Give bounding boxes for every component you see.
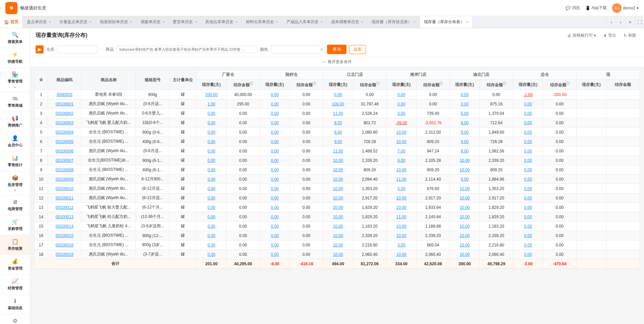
cell-current-qty bbox=[577, 156, 606, 165]
cell-name: 合生元 (BIOSTIME) ... bbox=[81, 231, 136, 240]
sidebar-item-inventory[interactable]: 📋 库存核算 bbox=[0, 235, 30, 255]
sidebar-item-retail-stats[interactable]: 📊 零售统计 bbox=[0, 151, 30, 171]
cell-jiangbei-amt: 2,528.24 bbox=[353, 109, 386, 118]
warehouse-input[interactable] bbox=[57, 45, 97, 53]
tab-stock-status[interactable]: 现存量（库存状况表） × bbox=[368, 16, 420, 28]
tab-other-outbound[interactable]: 其他出库单历史 × bbox=[201, 16, 242, 28]
color-dots-btn[interactable]: ▾ bbox=[320, 46, 323, 53]
th-luchen: 陆村仓 bbox=[260, 70, 323, 80]
sidebar-item-purchase[interactable]: 🛒 采购管理 bbox=[0, 215, 30, 235]
query-button[interactable]: 查询 bbox=[327, 45, 346, 54]
tab-stock-distribution[interactable]: 现存量（库存分布表） × bbox=[420, 16, 473, 28]
tab-material-outbound[interactable]: 材料出库单历史 × bbox=[242, 16, 282, 28]
cell-code: 00100016 bbox=[48, 240, 81, 250]
cell-luchen-qty: 0.00 bbox=[260, 99, 290, 109]
sidebar-item-retail[interactable]: 🏪 零售管理 ▲ bbox=[0, 68, 30, 92]
sidebar-item-mall[interactable]: 🛍 零售商城 bbox=[0, 92, 30, 112]
sidebar-item-wholesale[interactable]: 📦 批发管理 ▼ bbox=[0, 171, 30, 196]
goods-input[interactable] bbox=[116, 46, 257, 53]
tab-prev-btn[interactable]: ‹ bbox=[606, 16, 616, 28]
tab-next-btn[interactable]: › bbox=[616, 16, 625, 28]
cell-total-qty: -1.00 bbox=[513, 90, 543, 99]
sidebar-item-operations[interactable]: 📈 经营管理 bbox=[0, 275, 30, 294]
tab-close-icon[interactable]: × bbox=[361, 20, 363, 24]
table-area[interactable]: ⚙ 商品编码 商品名称 规格型号 主计量单位 厂家仓 陆村仓 江北门店 南岸门店… bbox=[30, 67, 644, 324]
cell-nanan-amt: 809.20 bbox=[416, 165, 450, 175]
cell-jiangbei-qty: 0.00 bbox=[323, 90, 353, 99]
warehouse-dots-btn[interactable]: ··· bbox=[99, 46, 103, 52]
main-content: 现存量查询(库存分布) 🖨 按模板打印 ▾ ⬇ 导出 ↻ 刷新 bbox=[30, 28, 644, 324]
tab-close-icon[interactable]: × bbox=[90, 20, 92, 24]
tab-close-icon[interactable]: × bbox=[414, 20, 416, 24]
expand-conditions-btn[interactable]: ⋯ 展开更多条件 bbox=[30, 57, 644, 67]
th-jiangbei: 江北门店 bbox=[323, 70, 386, 80]
message-btn[interactable]: 💬 消息 bbox=[566, 5, 580, 11]
tab-portion-check[interactable]: 分量盘点单历史 × bbox=[55, 16, 96, 28]
sidebar-item-system[interactable]: ⚙ 系统管理 bbox=[0, 314, 30, 324]
tab-inventory-check[interactable]: 盘点单历史 × bbox=[23, 16, 55, 28]
cell-total-amt: 0.00 bbox=[543, 203, 577, 212]
cell-current-qty bbox=[577, 109, 606, 118]
color-input[interactable] bbox=[271, 45, 324, 53]
table-row: 10 00100009 惠氏启赋 (Wyeth illu... 6-12月900… bbox=[35, 175, 640, 184]
cell-seq: 6 bbox=[35, 137, 48, 146]
tab-requisition[interactable]: 要货单历史 × bbox=[169, 16, 201, 28]
tab-close-icon[interactable]: × bbox=[466, 20, 468, 24]
tab-close-icon[interactable]: × bbox=[163, 20, 165, 24]
cell-code: 00100018 bbox=[48, 250, 81, 259]
tab-finished-goods[interactable]: 产成品入库单历史 × bbox=[282, 16, 327, 28]
tab-cost-adjust[interactable]: 成本调整单历史 × bbox=[327, 16, 368, 28]
cell-luchen-qty: 0.00 bbox=[260, 193, 290, 203]
tab-close-icon[interactable]: × bbox=[321, 20, 323, 24]
cell-total-qty: 0.00 bbox=[513, 146, 543, 156]
cell-total-amt: 0.00 bbox=[543, 156, 577, 165]
cell-current-amt bbox=[606, 240, 640, 250]
print-btn[interactable]: 🖨 按模板打印 ▾ bbox=[565, 32, 598, 39]
cell-yuebei-qty: 10.00 bbox=[450, 184, 480, 193]
tab-home[interactable]: 🏠 首页 bbox=[0, 16, 23, 28]
tab-close-icon[interactable]: × bbox=[49, 20, 51, 24]
cell-code: 00100008 bbox=[48, 165, 81, 175]
tab-close-icon[interactable]: × bbox=[130, 20, 132, 24]
app-download-btn[interactable]: 📱 App下载 bbox=[585, 5, 607, 11]
cell-nanan-amt: 2,105.28 bbox=[416, 156, 450, 165]
tab-expand-btn[interactable]: ⛶ bbox=[635, 16, 644, 28]
tab-assemble[interactable]: 组装拆卸单历史 × bbox=[96, 16, 137, 28]
cell-unit: 罐 bbox=[169, 203, 197, 212]
cell-unit: 罐 bbox=[169, 184, 197, 193]
user-menu[interactable]: Ea demo2 ▾ bbox=[612, 3, 639, 13]
cell-jiangbei-amt: 1,183.20 bbox=[353, 222, 386, 231]
setting-button[interactable]: 设置 bbox=[349, 45, 366, 54]
cell-luchen-amt: 0.00 bbox=[290, 109, 323, 118]
filter-toggle-btn[interactable]: ▶ bbox=[36, 45, 44, 53]
gear-icon[interactable]: ⚙ bbox=[39, 78, 43, 82]
tab-close-all-btn[interactable]: × bbox=[625, 16, 635, 28]
th-jiangbei-amt: 结存金额ⓘ bbox=[353, 80, 386, 90]
sidebar-item-marketing[interactable]: 📢 营销推广 bbox=[0, 112, 30, 132]
cell-factory-amt: 0.00 bbox=[226, 240, 260, 250]
cell-seq: 8 bbox=[35, 156, 48, 165]
cell-luchen-amt: 0.00 bbox=[290, 118, 323, 128]
cell-jiangbei-amt: 728.28 bbox=[353, 137, 386, 146]
cell-unit: 罐 bbox=[169, 222, 197, 231]
sidebar-item-quicknav[interactable]: ⚡ 快捷导航 bbox=[0, 48, 30, 68]
sidebar-item-basic[interactable]: ℹ 基础信息 bbox=[0, 294, 30, 314]
cell-code: 00100006 bbox=[48, 146, 81, 156]
tab-close-icon[interactable]: × bbox=[195, 20, 197, 24]
cell-code: 00100009 bbox=[48, 175, 81, 184]
tab-close-icon[interactable]: × bbox=[276, 20, 278, 24]
cell-yuebei-amt: 728.28 bbox=[480, 137, 513, 146]
export-btn[interactable]: ⬇ 导出 bbox=[601, 32, 619, 39]
tab-transfer[interactable]: 调拨单历史 × bbox=[137, 16, 169, 28]
sidebar-item-member[interactable]: 👤 会员中心 bbox=[0, 132, 30, 151]
cell-spec: (0-6月适... bbox=[136, 146, 169, 156]
cell-current-qty bbox=[577, 240, 606, 250]
cell-nanan-qty: 10.00 bbox=[386, 250, 416, 259]
sidebar-item-ecommerce[interactable]: 🖥 电商管理 bbox=[0, 196, 30, 215]
sidebar-item-finance[interactable]: 💰 资金管理 bbox=[0, 255, 30, 275]
cell-luchen-qty: 0.00 bbox=[260, 203, 290, 212]
tab-close-icon[interactable]: × bbox=[235, 20, 237, 24]
cell-seq: 1 bbox=[35, 90, 48, 99]
sidebar-item-search[interactable]: 🔍 搜索英单 bbox=[0, 28, 30, 48]
refresh-btn[interactable]: ↻ 刷新 bbox=[621, 32, 639, 39]
